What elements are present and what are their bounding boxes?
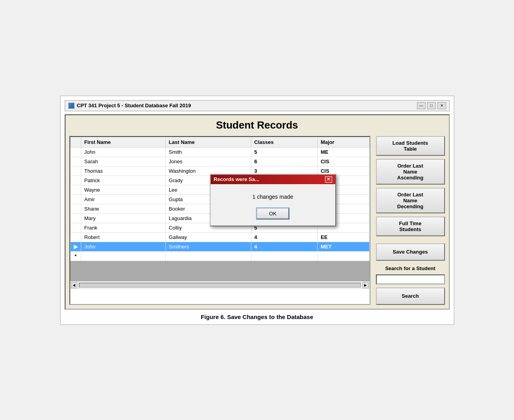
table-header-row: First Name Last Name Classes Major — [70, 137, 369, 147]
cell-major: CIS — [317, 157, 369, 166]
cell-firstname: Frank — [81, 223, 165, 232]
window-title: CPT 341 Project 5 - Student Database Fal… — [77, 103, 191, 108]
dialog-message: 1 changes made — [219, 194, 327, 200]
sidebar: Load StudentsTable Order LastNameAscendi… — [376, 136, 445, 305]
cell-firstname: Wayne — [81, 185, 165, 194]
row-indicator — [70, 232, 81, 242]
table-row[interactable]: * — [70, 251, 369, 261]
search-button[interactable]: Search — [376, 287, 445, 305]
cell-lastname: Smithers — [165, 242, 251, 251]
scroll-right-button[interactable]: ▶ — [363, 282, 369, 288]
dialog-body: 1 changes made OK — [211, 184, 335, 226]
table-row[interactable]: RobertGallway4EE — [70, 232, 369, 242]
cell-firstname: Shane — [81, 204, 165, 213]
row-indicator — [70, 223, 81, 232]
row-indicator — [70, 147, 81, 157]
row-indicator — [70, 166, 81, 175]
col-lastname: Last Name — [165, 137, 251, 147]
table-footer — [70, 261, 370, 281]
app-window: Student Records First Name Last Name Cla… — [65, 114, 450, 310]
row-indicator — [70, 157, 81, 166]
table-row[interactable]: JohnSmith5ME — [70, 147, 369, 157]
scroll-left-button[interactable]: ◀ — [71, 282, 77, 288]
cell-lastname — [165, 251, 251, 261]
close-button[interactable]: ✕ — [437, 102, 446, 109]
cell-major: ME — [317, 147, 369, 157]
app-icon — [68, 103, 75, 109]
dialog-box: Records were Sa... ✕ 1 changes made OK — [210, 174, 336, 226]
order-desc-button[interactable]: Order LastNameDecending — [376, 188, 445, 213]
figure-caption: Figure 6. Save Changes to the Database — [65, 314, 450, 320]
cell-lastname: Smith — [165, 147, 251, 157]
cell-lastname: Jones — [165, 157, 251, 166]
col-firstname: First Name — [81, 137, 165, 147]
cell-firstname — [81, 251, 165, 261]
scroll-track[interactable] — [79, 283, 361, 287]
col-classes: Classes — [251, 137, 317, 147]
cell-major: EE — [317, 232, 369, 242]
table-row[interactable]: SarahJones6CIS — [70, 157, 369, 166]
save-changes-button[interactable]: Save Changes — [376, 243, 445, 261]
cell-classes: 4 — [251, 232, 317, 242]
row-indicator — [70, 213, 81, 223]
order-asc-button[interactable]: Order LastNameAscending — [376, 159, 445, 185]
minimize-button[interactable]: — — [417, 102, 426, 109]
col-indicator — [70, 137, 81, 147]
search-input[interactable] — [376, 274, 445, 284]
row-indicator — [70, 194, 81, 204]
page-title: Student Records — [69, 119, 445, 131]
cell-firstname: Mary — [81, 213, 165, 223]
load-students-button[interactable]: Load StudentsTable — [376, 136, 445, 156]
dialog-title: Records were Sa... — [214, 176, 260, 182]
row-indicator — [70, 204, 81, 213]
row-indicator: * — [70, 251, 81, 261]
cell-classes — [251, 251, 317, 261]
full-time-button[interactable]: Full TimeStudents — [376, 217, 445, 236]
cell-major: MET — [317, 242, 369, 251]
cell-firstname: Sarah — [81, 157, 165, 166]
dialog-title-bar: Records were Sa... ✕ — [211, 175, 335, 184]
row-indicator: ▶ — [70, 242, 81, 251]
cell-lastname: Gallway — [165, 232, 251, 242]
cell-classes: 4 — [251, 242, 317, 251]
restore-button[interactable]: □ — [427, 102, 436, 109]
row-indicator — [70, 175, 81, 185]
cell-firstname: Thomas — [81, 166, 165, 175]
dialog-close-button[interactable]: ✕ — [325, 176, 332, 183]
cell-firstname: Robert — [81, 232, 165, 242]
cell-classes: 5 — [251, 147, 317, 157]
horizontal-scrollbar: ◀ ▶ — [70, 281, 370, 289]
row-indicator — [70, 185, 81, 194]
cell-firstname: Amir — [81, 194, 165, 204]
search-label: Search for a Student — [376, 265, 445, 271]
cell-firstname: John — [81, 242, 165, 251]
cell-firstname: John — [81, 147, 165, 157]
cell-firstname: Patrick — [81, 175, 165, 185]
title-bar: CPT 341 Project 5 - Student Database Fal… — [65, 100, 450, 111]
table-row[interactable]: ▶JohnSmithers4MET — [70, 242, 369, 251]
col-major: Major — [317, 137, 369, 147]
dialog-ok-button[interactable]: OK — [256, 208, 289, 219]
window-controls: — □ ✕ — [417, 102, 446, 109]
cell-classes: 6 — [251, 157, 317, 166]
cell-major — [317, 251, 369, 261]
